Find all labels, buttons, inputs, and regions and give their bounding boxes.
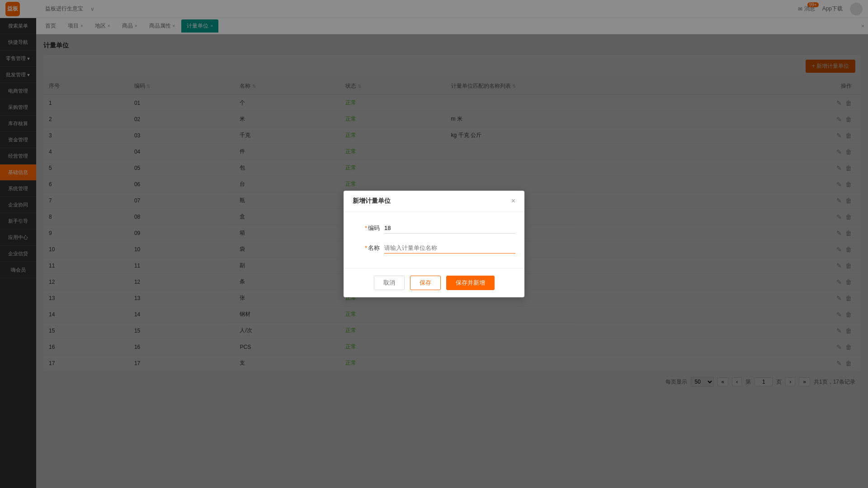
- required-marker: *: [365, 225, 367, 231]
- name-form-row: *名称: [353, 243, 515, 253]
- code-label: *编码: [353, 224, 380, 232]
- code-form-row: *编码: [353, 223, 515, 234]
- required-marker-2: *: [365, 244, 367, 251]
- modal-close-button[interactable]: ×: [511, 197, 515, 205]
- save-button[interactable]: 保存: [410, 276, 441, 290]
- save-and-new-button[interactable]: 保存并新增: [446, 276, 495, 290]
- modal-header: 新增计量单位 ×: [344, 191, 524, 212]
- code-input[interactable]: [384, 223, 515, 234]
- modal-body: *编码 *名称: [344, 212, 524, 268]
- add-unit-modal: 新增计量单位 × *编码 *名称 取消 保存 保存并新增: [344, 191, 524, 297]
- cancel-button[interactable]: 取消: [374, 276, 405, 290]
- modal-title: 新增计量单位: [353, 197, 391, 205]
- modal-overlay: 新增计量单位 × *编码 *名称 取消 保存 保存并新增: [0, 0, 868, 488]
- modal-footer: 取消 保存 保存并新增: [344, 268, 524, 297]
- name-label: *名称: [353, 244, 380, 252]
- name-input[interactable]: [384, 243, 515, 253]
